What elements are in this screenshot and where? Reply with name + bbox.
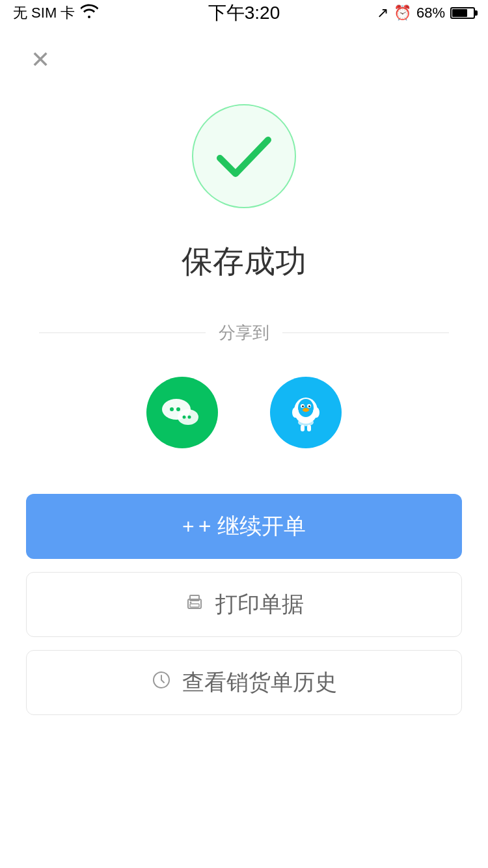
continue-button[interactable]: + + 继续开单	[26, 494, 462, 559]
svg-point-5	[188, 416, 191, 419]
qq-share-button[interactable]	[270, 377, 342, 448]
print-label: 打印单据	[215, 590, 304, 619]
history-icon	[151, 670, 172, 696]
wechat-share-button[interactable]	[146, 377, 218, 448]
status-left: 无 SIM 卡	[13, 3, 98, 23]
svg-rect-16	[301, 425, 305, 431]
history-button[interactable]: 查看销货单历史	[26, 650, 462, 715]
svg-point-21	[190, 602, 192, 604]
share-label: 分享到	[219, 321, 269, 344]
svg-point-15	[298, 418, 314, 426]
alarm-icon: ⏰	[394, 5, 411, 21]
share-icons	[39, 377, 449, 448]
continue-label: + 继续开单	[198, 511, 306, 541]
close-button[interactable]: ✕	[26, 46, 55, 74]
svg-rect-17	[307, 425, 311, 431]
svg-point-1	[170, 407, 174, 411]
plus-icon: +	[182, 515, 195, 539]
svg-point-13	[292, 407, 299, 418]
status-bar: 无 SIM 卡 下午3:20 ↗ ⏰ 68%	[0, 0, 488, 26]
share-divider: 分享到	[39, 321, 449, 344]
wifi-icon	[80, 4, 98, 22]
status-right: ↗ ⏰ 68%	[377, 5, 475, 21]
status-time: 下午3:20	[208, 1, 280, 25]
svg-point-2	[176, 407, 180, 411]
success-circle	[192, 104, 296, 208]
wechat-icon	[159, 390, 205, 435]
actions: + + 继续开单 打印单据	[0, 494, 488, 715]
svg-point-10	[302, 405, 304, 407]
close-icon: ✕	[31, 48, 50, 72]
print-icon	[184, 591, 205, 617]
qq-icon	[286, 390, 325, 435]
location-icon: ↗	[377, 5, 388, 21]
sim-status: 无 SIM 卡	[13, 3, 75, 23]
svg-point-4	[183, 416, 186, 419]
svg-point-14	[313, 407, 319, 418]
history-label: 查看销货单历史	[182, 668, 337, 698]
success-section: 保存成功 分享到	[0, 26, 488, 715]
check-icon	[215, 133, 273, 179]
svg-rect-20	[190, 604, 199, 607]
svg-point-12	[303, 408, 309, 412]
print-button[interactable]: 打印单据	[26, 572, 462, 637]
battery-percent: 68%	[416, 5, 445, 21]
share-section: 分享到	[0, 321, 488, 494]
svg-point-11	[308, 405, 310, 407]
main-content: ✕ 保存成功 分享到	[0, 26, 488, 868]
battery-icon	[450, 7, 475, 19]
success-title: 保存成功	[182, 241, 306, 282]
